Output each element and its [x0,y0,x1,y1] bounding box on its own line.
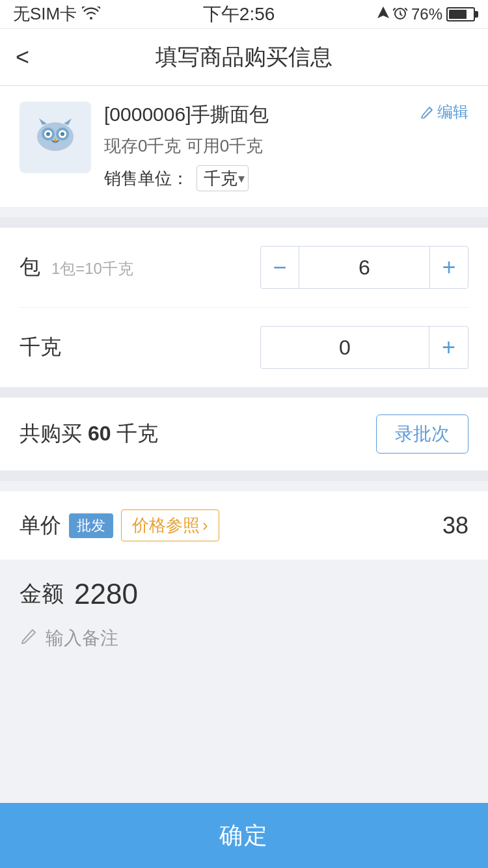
unit-label: 销售单位： [104,167,189,190]
kg-label: 千克 [20,333,260,362]
kg-quantity-input[interactable] [260,326,429,369]
pencil-icon [20,627,38,650]
svg-marker-10 [64,118,72,125]
edit-label: 编辑 [437,102,468,122]
product-unit-row: 销售单位： 千克 [104,165,468,191]
divider-2 [0,387,488,398]
location-icon [377,5,389,23]
price-ref-label: 价格参照 [132,514,200,537]
svg-point-7 [61,132,64,136]
product-info: [0000006]手撕面包 编辑 现存0千克 可用0千克 销售单位： 千克 [104,102,468,191]
confirm-button[interactable]: 确定 [0,803,488,868]
nav-bar: < 填写商品购买信息 [0,29,488,86]
svg-point-6 [46,132,50,136]
status-right: 76% [377,5,475,23]
svg-marker-9 [39,118,47,125]
bag-minus-button[interactable]: − [260,246,299,289]
product-stock: 现存0千克 可用0千克 [104,135,468,157]
kg-input-row: 千克 + [20,308,468,387]
price-ref-chevron: › [202,515,208,536]
price-type-badge: 批发 [69,513,113,538]
price-section: 单价 批发 价格参照 › 38 [0,491,488,560]
wifi-icon [82,4,100,24]
product-name: [0000006]手撕面包 [104,102,420,128]
battery-icon [446,7,475,21]
quantity-section: 包 1包=10千克 − + 千克 + [0,228,488,387]
total-amount: 60 [88,422,116,445]
amount-label: 金额 [20,579,64,609]
unit-select-wrap[interactable]: 千克 [197,165,249,191]
status-left: 无SIM卡 [13,3,100,25]
battery-text: 76% [411,5,442,23]
price-label: 单价 [20,511,61,540]
amount-section: 金额 2280 输入备注 [0,560,488,666]
batch-button[interactable]: 录批次 [376,414,468,454]
divider-3 [0,470,488,481]
price-ref-button[interactable]: 价格参照 › [121,509,219,541]
status-time: 下午2:56 [203,2,275,27]
total-row: 共购买 60 千克 录批次 [0,398,488,470]
remark-row[interactable]: 输入备注 [20,626,468,666]
remark-placeholder: 输入备注 [46,626,118,651]
product-thumbnail [20,102,91,173]
bag-label: 包 1包=10千克 [20,253,260,282]
kg-stepper: + [260,326,468,369]
product-card: [0000006]手撕面包 编辑 现存0千克 可用0千克 销售单位： 千克 [0,86,488,207]
carrier-text: 无SIM卡 [13,3,77,25]
product-logo [33,116,78,159]
back-button[interactable]: < [16,44,29,71]
bag-sub: 1包=10千克 [51,260,133,277]
bag-plus-button[interactable]: + [429,246,468,289]
page-title: 填写商品购买信息 [156,42,332,72]
amount-value: 2280 [74,578,138,610]
price-left: 单价 批发 价格参照 › [20,509,219,541]
kg-plus-button[interactable]: + [429,326,468,369]
total-text: 共购买 60 千克 [20,420,158,448]
unit-select[interactable]: 千克 [197,165,249,191]
edit-button[interactable]: 编辑 [420,102,468,122]
bag-input-row: 包 1包=10千克 − + [20,228,468,308]
bag-stepper: − + [260,246,468,289]
status-bar: 无SIM卡 下午2:56 76% [0,0,488,29]
amount-row: 金额 2280 [20,578,468,610]
alarm-icon [393,5,407,23]
price-value: 38 [442,512,468,539]
divider-1 [0,217,488,228]
bag-quantity-input[interactable] [299,246,429,289]
